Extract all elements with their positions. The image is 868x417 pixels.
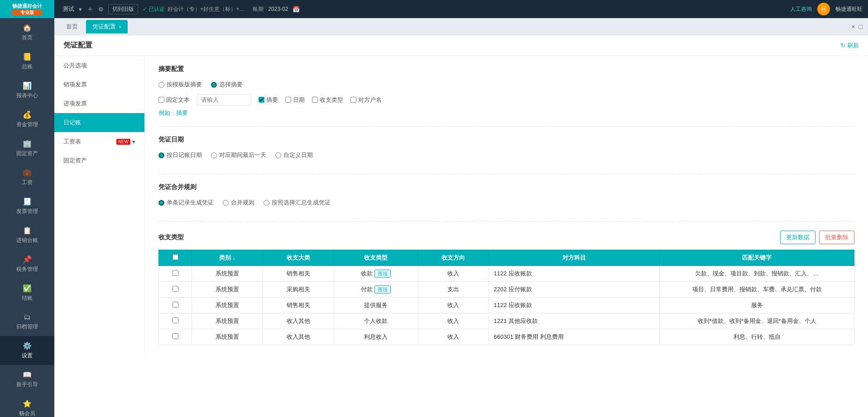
user-avatar[interactable]: 旺 <box>817 3 830 15</box>
merge-radio-summary[interactable]: 按照选择汇总生成凭证 <box>264 199 331 207</box>
th-major-type: 收支大类 <box>263 250 334 266</box>
sidebar-label-member: 畅会员 <box>19 410 35 417</box>
table-row: 系统预置 销售相关 收款 置顶 收入 1122 应收账款 欠款、现金、项目款、到… <box>159 266 854 282</box>
sidebar-label-finance: 资金管理 <box>16 121 38 128</box>
app-logo: 畅捷通好会计 专业版 <box>0 0 54 18</box>
table-actions: 更新数据 批量删除 <box>780 231 854 244</box>
new-badge: NEW <box>116 139 130 145</box>
logo-line1: 畅捷通好会计 <box>12 3 42 9</box>
row-1-direction: 收入 <box>418 266 489 282</box>
sidebar-item-invoice[interactable]: 🧾 发票管理 <box>0 192 54 221</box>
merge-radio-group: 单条记录生成凭证 合并规则 按照选择汇总生成凭证 <box>158 199 854 207</box>
tab-voucher-close[interactable]: × <box>119 24 121 29</box>
close-window-button[interactable]: × <box>851 23 855 30</box>
voucher-date-custom-label: 自定义日期 <box>283 151 313 159</box>
sidebar-item-tax[interactable]: 📌 税务管理 <box>0 250 54 279</box>
nav-item-fixed-assets[interactable]: 固定资产 <box>54 151 144 170</box>
sidebar-item-checkout[interactable]: ✅ 结账 <box>0 279 54 308</box>
nav-label-journal: 日记账 <box>63 118 81 127</box>
gear-icon[interactable]: ⚙ <box>98 6 104 13</box>
row-4-type: 个人收款 <box>334 313 418 329</box>
voucher-date-title: 凭证日期 <box>158 136 854 144</box>
sidebar-item-settings[interactable]: ⚙️ 设置 <box>0 336 54 365</box>
sidebar-item-home[interactable]: 🏠 首页 <box>0 18 54 47</box>
update-data-button[interactable]: 更新数据 <box>780 231 815 244</box>
sidebar-item-purchase[interactable]: 📋 进销台账 <box>0 221 54 250</box>
sidebar-item-ledger[interactable]: 📒 总账 <box>0 47 54 76</box>
checkbox-counterpart[interactable]: 对方户名 <box>350 96 382 104</box>
row-4-category: 系统预置 <box>192 313 263 329</box>
voucher-date-radio-period-last[interactable]: 对应期间最后一天 <box>211 151 266 159</box>
nav-item-payroll[interactable]: 工资表 NEW ▾ <box>54 132 144 151</box>
checkbox-summary[interactable]: 摘要 <box>259 96 278 104</box>
batch-delete-button[interactable]: 批量删除 <box>819 231 854 244</box>
sidebar-label-ledger: 总账 <box>22 63 33 71</box>
row-checkbox-4[interactable] <box>173 317 178 323</box>
tax-icon: 📌 <box>23 255 32 264</box>
summary-example: 例如：摘要 <box>158 109 854 117</box>
company-name: 测试 <box>62 5 74 13</box>
maximize-window-button[interactable]: □ <box>859 23 863 30</box>
summary-checkbox-group: 固定文本 摘要 日期 <box>158 94 854 105</box>
merge-merge-label: 合并规则 <box>231 199 254 207</box>
nav-item-purchase-invoice[interactable]: 进项发票 <box>54 94 144 113</box>
switch-version-button[interactable]: 切到旧版 <box>108 4 138 14</box>
summary-radio-template-label: 按模板版摘要 <box>167 81 202 89</box>
sidebar-label-invoice: 发票管理 <box>16 208 38 215</box>
summary-section-title: 摘要配置 <box>158 65 854 73</box>
sidebar-item-finance[interactable]: 💰 资金管理 <box>0 105 54 134</box>
tab-home[interactable]: 首页 <box>60 20 84 33</box>
row-checkbox-3[interactable] <box>173 302 178 308</box>
logo-line2: 专业版 <box>12 9 42 15</box>
merge-radio-merge[interactable]: 合并规则 <box>223 199 254 207</box>
dropdown-arrow-icon[interactable]: ▾ <box>79 6 82 13</box>
sidebar-label-assets: 固定资产 <box>16 150 38 157</box>
settings-icon: ⚙️ <box>23 341 32 350</box>
checkbox-fixed-text[interactable]: 固定文本 <box>158 96 190 104</box>
top-header: 畅捷通好会计 专业版 测试 ▾ ＋ ⚙ 切到旧版 ✓ 已认证 好会计（专）+好生… <box>0 0 868 18</box>
th-category[interactable]: 类别 ↓ <box>192 250 263 266</box>
row-checkbox-1[interactable] <box>173 270 178 276</box>
merge-radio-single[interactable]: 单条记录生成凭证 <box>158 199 214 207</box>
reports-icon: 📊 <box>23 81 32 90</box>
tab-voucher[interactable]: 凭证配置 × <box>86 20 128 33</box>
status-tags: ✓ 已认证 好会计（专）+好生意（标）+… <box>143 5 245 13</box>
row-checkbox-2[interactable] <box>173 286 178 292</box>
consult-link[interactable]: 人工咨询 <box>790 5 812 13</box>
merge-section-title: 凭证合并规则 <box>158 183 854 191</box>
sidebar-item-salary[interactable]: 💼 工资 <box>0 163 54 192</box>
checkbox-date[interactable]: 日期 <box>285 96 305 104</box>
sidebar-item-assets[interactable]: 🏢 固定资产 <box>0 134 54 163</box>
add-icon[interactable]: ＋ <box>86 5 94 14</box>
counterpart-label: 对方户名 <box>358 96 382 104</box>
assets-icon: 🏢 <box>23 139 32 148</box>
sidebar-item-member[interactable]: ⭐ 畅会员 <box>0 394 54 417</box>
voucher-date-radio-custom[interactable]: 自定义日期 <box>275 151 313 159</box>
nav-item-public[interactable]: 公共选项 <box>54 56 144 75</box>
summary-radio-template[interactable]: 按模板版摘要 <box>158 81 202 89</box>
sidebar-item-reports[interactable]: 📊 报表中心 <box>0 76 54 105</box>
voucher-date-radio-journal[interactable]: 按日记账日期 <box>158 151 202 159</box>
summary-radio-select[interactable]: 选择摘要 <box>211 81 243 89</box>
row-1-type: 收款 置顶 <box>334 266 418 282</box>
table-row: 系统预置 销售相关 提供服务 收入 1122 应收账款 服务 <box>159 298 854 313</box>
sidebar-label-guide: 新手引导 <box>16 381 38 389</box>
checkbox-type[interactable]: 收支类型 <box>312 96 343 104</box>
refresh-button[interactable]: ↻ 刷新 <box>840 42 859 50</box>
row-checkbox-5[interactable] <box>173 333 178 339</box>
nav-item-journal[interactable]: 日记账 <box>54 113 144 132</box>
nav-item-sales-invoice[interactable]: 销项发票 <box>54 75 144 94</box>
sidebar-label-tax: 税务管理 <box>16 265 38 273</box>
fixed-text-input[interactable] <box>197 94 251 105</box>
tab-bar: 首页 凭证配置 × × □ <box>54 18 868 35</box>
th-keywords: 匹配关键字 <box>660 250 854 266</box>
type-label: 收支类型 <box>320 96 343 104</box>
nav-label-public: 公共选项 <box>63 62 87 70</box>
sidebar-item-archive[interactable]: 🗂 归档管理 <box>0 308 54 336</box>
row-5-subject: 660301 财务费用 利息费用 <box>489 329 660 345</box>
invoice-icon: 🧾 <box>23 197 32 206</box>
select-all-checkbox[interactable] <box>173 254 178 260</box>
home-icon: 🏠 <box>23 24 32 32</box>
sidebar-item-guide[interactable]: 📖 新手引导 <box>0 365 54 394</box>
calendar-icon[interactable]: 📅 <box>293 6 300 13</box>
